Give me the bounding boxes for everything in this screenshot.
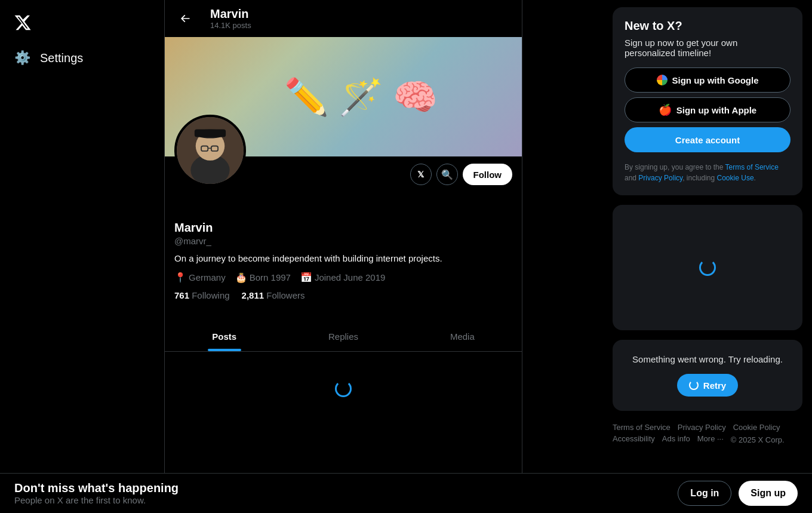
new-to-x-title: New to X? xyxy=(625,19,791,33)
tos-end: . xyxy=(754,174,756,182)
search-icon: 🔍 xyxy=(441,169,453,180)
right-loading-panel xyxy=(613,205,802,330)
bottom-bar-text: Don't miss what's happening People on X … xyxy=(14,481,179,505)
location-text: Germany xyxy=(189,272,226,282)
following-label: Following xyxy=(192,290,229,300)
footer-accessibility[interactable]: Accessibility xyxy=(613,434,655,444)
retry-label: Retry xyxy=(703,380,726,391)
svg-rect-4 xyxy=(195,130,226,137)
signup-google-label: Sign up with Google xyxy=(672,75,759,85)
signup-apple-button[interactable]: 🍎 Sign up with Apple xyxy=(625,97,791,122)
right-sidebar: New to X? Sign up now to get your own pe… xyxy=(603,0,812,513)
sidebar-item-settings-label: Settings xyxy=(40,51,83,65)
follow-counts: 761 Following 2,811 Followers xyxy=(174,290,512,300)
calendar-icon: 📅 xyxy=(300,272,312,283)
avatar-svg xyxy=(177,117,244,184)
login-button[interactable]: Log in xyxy=(678,481,731,506)
settings-icon: ⚙️ xyxy=(14,50,30,66)
following-number: 761 xyxy=(174,290,189,300)
new-to-x-panel: New to X? Sign up now to get your own pe… xyxy=(613,7,802,195)
profile-header: Marvin 14.1K posts xyxy=(165,0,522,37)
followers-count[interactable]: 2,811 Followers xyxy=(242,290,305,300)
create-account-button[interactable]: Create account xyxy=(625,127,791,152)
back-arrow-icon xyxy=(179,13,191,24)
followers-label: Followers xyxy=(266,290,304,300)
location-icon: 📍 xyxy=(174,272,186,283)
profile-meta: 📍 Germany 🎂 Born 1997 📅 Joined June 2019 xyxy=(174,272,512,283)
tab-replies-label: Replies xyxy=(328,331,358,342)
footer-links: Terms of Service Privacy Policy Cookie P… xyxy=(613,420,802,447)
profile-bio: On a journey to become independent with … xyxy=(174,252,512,265)
avatar-image xyxy=(177,117,244,184)
apple-icon: 🍎 xyxy=(659,105,672,115)
tos-text: By signing up, you agree to the Terms of… xyxy=(625,162,791,183)
x-logo-icon xyxy=(14,14,32,32)
xpro-button[interactable]: 𝕏 xyxy=(410,164,432,185)
retry-icon xyxy=(689,380,699,390)
footer-copyright: © 2025 X Corp. xyxy=(731,435,785,444)
footer-privacy[interactable]: Privacy Policy xyxy=(678,423,726,432)
cake-icon: 🎂 xyxy=(235,272,247,283)
error-panel: Something went wrong. Try reloading. Ret… xyxy=(613,340,802,411)
signup-apple-label: Sign up with Apple xyxy=(676,105,756,115)
cookie-link[interactable]: Cookie Use xyxy=(717,174,754,182)
joined-text: Joined June 2019 xyxy=(315,272,385,282)
right-loading-spinner xyxy=(699,259,716,276)
privacy-link[interactable]: Privacy Policy xyxy=(638,174,682,182)
banner-emojis: ✏️ 🪄 🧠 xyxy=(284,76,438,118)
tab-replies[interactable]: Replies xyxy=(284,322,402,351)
footer-tos[interactable]: Terms of Service xyxy=(613,423,670,432)
footer-cookie[interactable]: Cookie Policy xyxy=(733,423,780,432)
sidebar-item-settings[interactable]: ⚙️ Settings xyxy=(7,43,90,73)
born-meta: 🎂 Born 1997 xyxy=(235,272,291,283)
joined-meta: 📅 Joined June 2019 xyxy=(300,272,385,283)
google-icon xyxy=(657,75,668,85)
xpro-icon: 𝕏 xyxy=(417,170,424,179)
footer-ads[interactable]: Ads info xyxy=(662,434,690,444)
loading-spinner-icon xyxy=(335,380,352,397)
tos-prefix: By signing up, you agree to the xyxy=(625,163,725,171)
header-profile-name: Marvin xyxy=(210,7,251,21)
search-button[interactable]: 🔍 xyxy=(436,164,458,185)
posts-loading xyxy=(165,352,522,426)
tab-posts[interactable]: Posts xyxy=(165,322,284,351)
profile-name: Marvin xyxy=(174,221,512,235)
bottom-bar-buttons: Log in Sign up xyxy=(678,481,798,506)
following-count[interactable]: 761 Following xyxy=(174,290,230,300)
tos-link[interactable]: Terms of Service xyxy=(725,163,779,171)
tab-media-label: Media xyxy=(450,331,475,342)
profile-tabs: Posts Replies Media xyxy=(165,322,522,352)
main-content: Marvin 14.1K posts ✏️ 🪄 🧠 xyxy=(164,0,522,513)
bottom-bar: Don't miss what's happening People on X … xyxy=(0,473,812,513)
tab-media[interactable]: Media xyxy=(403,322,522,351)
signup-button[interactable]: Sign up xyxy=(739,481,798,506)
born-text: Born 1997 xyxy=(250,272,291,282)
retry-button[interactable]: Retry xyxy=(677,374,738,397)
tos-and: and xyxy=(625,174,638,182)
signup-google-button[interactable]: Sign up with Google xyxy=(625,67,791,93)
followers-number: 2,811 xyxy=(242,290,264,300)
follow-button[interactable]: Follow xyxy=(463,164,513,185)
profile-info-section: 𝕏 🔍 Follow Marvin @marvr_ On a journey t… xyxy=(165,156,522,312)
bottom-sub-text: People on X are the first to know. xyxy=(14,495,179,505)
header-posts-count: 14.1K posts xyxy=(210,21,251,30)
left-sidebar: ⚙️ Settings xyxy=(0,0,164,513)
error-message: Something went wrong. Try reloading. xyxy=(632,354,783,364)
location-meta: 📍 Germany xyxy=(174,272,226,283)
x-logo[interactable] xyxy=(7,7,38,38)
header-info: Marvin 14.1K posts xyxy=(210,7,251,30)
tab-posts-label: Posts xyxy=(212,331,236,342)
profile-handle: @marvr_ xyxy=(174,236,512,246)
avatar xyxy=(174,115,246,186)
new-to-x-subtitle: Sign up now to get your own personalized… xyxy=(625,38,791,58)
back-button[interactable] xyxy=(174,8,196,29)
tos-including: , including xyxy=(682,174,716,182)
footer-more[interactable]: More ··· xyxy=(697,434,724,444)
bottom-cta-text: Don't miss what's happening xyxy=(14,481,179,495)
